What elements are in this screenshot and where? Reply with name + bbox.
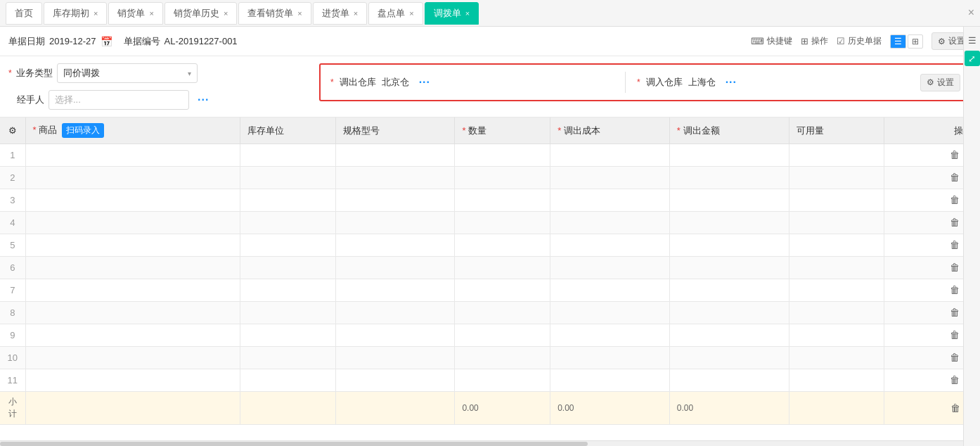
- cell-product[interactable]: [25, 234, 240, 257]
- out-warehouse-label: 调出仓库: [340, 76, 376, 89]
- tab-sales-history[interactable]: 销货单历史 ×: [165, 2, 237, 25]
- subtotal-label: 小计: [0, 392, 25, 425]
- cell-cost: [550, 324, 670, 347]
- cell-unit: [240, 302, 335, 324]
- in-warehouse-more-button[interactable]: ···: [721, 76, 741, 89]
- delete-row-button[interactable]: 🗑: [950, 172, 960, 183]
- cell-available: [789, 189, 884, 212]
- grid-view-button[interactable]: ⊞: [908, 34, 923, 49]
- cell-cost: [550, 279, 670, 302]
- cell-amount: [669, 302, 789, 324]
- gear-icon: ⚙: [938, 37, 946, 46]
- cell-amount: [669, 347, 789, 369]
- tab-transfer[interactable]: 调拨单 ×: [425, 2, 479, 25]
- table-scroll-area: ⚙ * 商品 扫码录入 库存单位 规格型号 * 数量: [0, 117, 980, 446]
- window-close-button[interactable]: ×: [968, 6, 974, 19]
- cell-product[interactable]: [25, 144, 240, 167]
- cell-qty: [455, 369, 550, 392]
- delete-row-button[interactable]: 🗑: [950, 194, 960, 205]
- in-warehouse-label: 调入仓库: [646, 76, 683, 89]
- out-warehouse-more-button[interactable]: ···: [415, 76, 434, 89]
- th-gear[interactable]: ⚙: [0, 117, 25, 144]
- tab-close-icon[interactable]: ×: [149, 9, 153, 18]
- delete-row-button[interactable]: 🗑: [950, 374, 960, 386]
- delete-row-button[interactable]: 🗑: [950, 307, 960, 318]
- cell-qty: [455, 279, 550, 302]
- th-qty: * 数量: [455, 117, 550, 144]
- cell-amount: [669, 257, 789, 279]
- cell-product[interactable]: [25, 279, 240, 302]
- cell-amount: [669, 212, 789, 234]
- handler-input[interactable]: 选择...: [49, 90, 189, 110]
- delete-row-button[interactable]: 🗑: [950, 217, 960, 228]
- doc-no-value: AL-20191227-001: [165, 36, 238, 46]
- cell-cost: [550, 369, 670, 392]
- subtotal-cost: 0.00: [550, 392, 670, 425]
- cell-product[interactable]: [25, 347, 240, 369]
- list-view-button[interactable]: ☰: [890, 34, 906, 49]
- delete-row-button[interactable]: 🗑: [950, 262, 960, 273]
- cell-product[interactable]: [25, 212, 240, 234]
- in-warehouse-value: 上海仓: [688, 76, 716, 89]
- scan-entry-button[interactable]: 扫码录入: [62, 123, 104, 138]
- tab-close-icon[interactable]: ×: [354, 9, 358, 18]
- tab-close-active-icon[interactable]: ×: [465, 9, 470, 18]
- cell-available: [789, 234, 884, 257]
- operations-action[interactable]: ⊞ 操作: [801, 35, 828, 47]
- delete-row-button[interactable]: 🗑: [950, 329, 960, 340]
- shortcuts-action[interactable]: ⌨ 快捷键: [751, 35, 792, 47]
- tab-purchase[interactable]: 进货单 ×: [313, 2, 367, 25]
- calendar-icon[interactable]: 📅: [101, 36, 112, 47]
- panel-list-icon[interactable]: ☰: [965, 32, 980, 48]
- delete-row-button[interactable]: 🗑: [950, 352, 960, 363]
- history-action[interactable]: ☑ 历史单据: [837, 35, 882, 47]
- biz-type-input[interactable]: 同价调拨 ▾: [57, 63, 198, 83]
- table-row: 2 🗑 ⧉: [0, 167, 980, 189]
- subtotal-amount: 0.00: [669, 392, 789, 425]
- tab-close-icon[interactable]: ×: [94, 9, 98, 18]
- row-number: 1: [0, 144, 25, 167]
- cell-product[interactable]: [25, 189, 240, 212]
- cell-unit: [240, 347, 335, 369]
- delete-row-button[interactable]: 🗑: [950, 149, 960, 160]
- tab-close-icon[interactable]: ×: [297, 9, 302, 18]
- cell-available: [789, 144, 884, 167]
- panel-expand-icon[interactable]: ⤢: [965, 51, 980, 66]
- scrollbar-thumb[interactable]: [0, 442, 588, 446]
- tab-sales-order[interactable]: 销货单 ×: [108, 2, 162, 25]
- cell-unit: [240, 234, 335, 257]
- cell-spec: [335, 234, 455, 257]
- cell-qty: [455, 347, 550, 369]
- delete-row-button[interactable]: 🗑: [950, 239, 960, 250]
- row-number: 5: [0, 234, 25, 257]
- cell-spec: [335, 279, 455, 302]
- cell-product[interactable]: [25, 167, 240, 189]
- cell-product[interactable]: [25, 369, 240, 392]
- cell-amount: [669, 167, 789, 189]
- tab-home[interactable]: 首页: [6, 2, 42, 25]
- tab-close-icon[interactable]: ×: [224, 9, 228, 18]
- tab-close-icon[interactable]: ×: [409, 9, 413, 18]
- table-row: 5 🗑 ⧉: [0, 234, 980, 257]
- horizontal-scrollbar[interactable]: [0, 440, 980, 446]
- cell-product[interactable]: [25, 257, 240, 279]
- subtotal-delete-icon[interactable]: 🗑: [950, 402, 960, 414]
- cell-product[interactable]: [25, 324, 240, 347]
- doc-no-field-group: 单据编号 AL-20191227-001: [124, 35, 238, 48]
- in-required-star: *: [637, 77, 640, 87]
- cell-spec: [335, 144, 455, 167]
- row-number: 7: [0, 279, 25, 302]
- row-number: 2: [0, 167, 25, 189]
- handler-label: 经手人: [17, 94, 44, 106]
- right-panel: ☰ ⤢: [963, 27, 980, 446]
- delete-row-button[interactable]: 🗑: [950, 284, 960, 295]
- tab-bar: 首页 库存期初 × 销货单 × 销货单历史 × 查看销货单 × 进货单 × 盘点…: [0, 0, 980, 27]
- tab-inventory-init[interactable]: 库存期初 ×: [44, 2, 107, 25]
- cell-product[interactable]: [25, 302, 240, 324]
- table-header-row: ⚙ * 商品 扫码录入 库存单位 规格型号 * 数量: [0, 117, 980, 144]
- tab-inventory-check[interactable]: 盘点单 ×: [368, 2, 423, 25]
- handler-more-button[interactable]: ···: [193, 94, 213, 106]
- cell-qty: [455, 144, 550, 167]
- tab-view-sales[interactable]: 查看销货单 ×: [238, 2, 311, 25]
- warehouse-settings-button[interactable]: ⚙ 设置: [920, 74, 960, 91]
